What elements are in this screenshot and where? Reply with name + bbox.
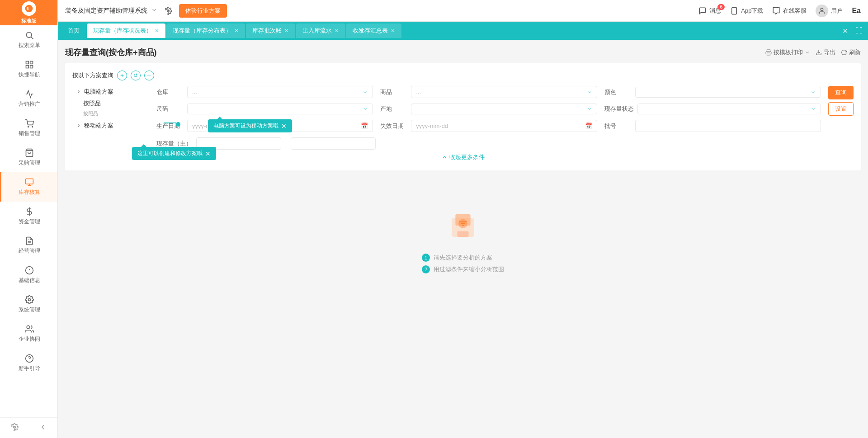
sidebar-item-basicinfo[interactable]: 基础信息 (0, 260, 57, 290)
filter-arrow-btn[interactable]: ← (144, 71, 154, 80)
tab-close-icon[interactable]: ✕ (284, 28, 289, 34)
tooltip-create-close[interactable]: ✕ (205, 150, 211, 157)
app-logo: 6 标准版 (0, 0, 57, 25)
header-left: 装备及固定资产辅助管理系统 体验行业方案 (65, 4, 227, 18)
app-download-label: App下载 (741, 7, 763, 15)
filter-add-btn[interactable]: + (117, 71, 127, 80)
filter-label: 按以下方案查询 (72, 71, 113, 80)
expire-date-placeholder: yyyy-mm-dd (416, 122, 448, 129)
stock-status-select[interactable] (637, 104, 821, 114)
scheme-sub-item-anzhaopin[interactable]: 按照品 (72, 98, 143, 109)
size-label: 尺码 (156, 105, 184, 113)
sidebar-item-guide[interactable]: 新手引导 (0, 349, 57, 378)
online-support-btn[interactable]: 在线客服 (772, 7, 807, 15)
tooltip-create-text: 这里可以创建和修改方案哦 (137, 150, 203, 157)
stock-status-label: 现存量状态 (604, 105, 634, 113)
tab-batch-account[interactable]: 库存批次账 ✕ (246, 24, 295, 38)
title-actions: 按模板打印 导出 刷新 (765, 48, 861, 57)
svg-point-28 (821, 8, 823, 10)
industry-btn[interactable]: 体验行业方案 (179, 4, 227, 18)
search-buttons: 查询 设置 (828, 86, 854, 150)
tab-bar: 首页 现存量（库存状况表） ✕ 现存量（库存分布表） ✕ 库存批次账 ✕ 出入库… (58, 22, 868, 40)
sidebar-item-purchase[interactable]: 采购管理 (0, 143, 57, 172)
svg-text:6: 6 (27, 6, 29, 11)
tab-inout-flow[interactable]: 出入库流水 ✕ (296, 24, 345, 38)
export-btn[interactable]: 导出 (816, 48, 835, 57)
svg-rect-5 (30, 61, 33, 64)
svg-rect-29 (767, 53, 770, 55)
color-select[interactable] (635, 87, 821, 98)
origin-select[interactable] (411, 104, 597, 114)
sidebar-item-operations[interactable]: 经营管理 (0, 231, 57, 260)
sidebar-item-marketing[interactable]: 营销推广 (0, 84, 57, 113)
tooltip-pc-close[interactable]: ✕ (281, 122, 287, 130)
top-header: 装备及固定资产辅助管理系统 体验行业方案 消息 6 App下载 在线客服 (58, 0, 868, 22)
warehouse-field: 仓库 ... (156, 86, 373, 98)
stock-main-to[interactable] (291, 137, 376, 150)
tab-fullscreen-btn[interactable]: ⛶ (854, 27, 864, 35)
scheme-tree: 电脑端方案 按照品 按照品 移动端方案 (72, 86, 149, 150)
print-btn[interactable]: 按模板打印 (765, 48, 810, 57)
sidebar-item-enterprise[interactable]: 企业协同 (0, 319, 57, 349)
system-dropdown-icon[interactable] (151, 7, 157, 14)
settings-icon[interactable] (10, 423, 19, 433)
logo-icon: 6 (22, 1, 36, 16)
empty-state: 1 请先选择要分析的方案 2 用过滤条件来缩小分析范围 (65, 176, 861, 301)
refresh-btn[interactable]: 刷新 (841, 48, 861, 57)
hint-num-2: 2 (422, 265, 430, 273)
empty-hints: 1 请先选择要分析的方案 2 用过滤条件来缩小分析范围 (422, 254, 504, 273)
settings-page-btn[interactable]: 设置 (828, 102, 854, 116)
svg-point-9 (32, 127, 33, 127)
sidebar-item-label: 系统管理 (19, 306, 40, 314)
expire-date-input[interactable]: yyyy-mm-dd 📅 (411, 120, 597, 132)
size-select[interactable] (187, 104, 373, 114)
tab-home[interactable]: 首页 (61, 24, 86, 38)
connector-dot (176, 122, 180, 127)
user-btn[interactable]: 用户 (816, 5, 843, 17)
filter-row-4: 现存量（主） — (156, 137, 821, 150)
filter-refresh-btn[interactable]: ↺ (131, 71, 141, 80)
color-label: 颜色 (604, 88, 632, 96)
sidebar-item-finance[interactable]: 资金管理 (0, 202, 57, 231)
tab-inventory-status[interactable]: 现存量（库存状况表） ✕ (87, 24, 165, 38)
sidebar-item-inventory[interactable]: 库存核算 (0, 172, 57, 202)
search-btn[interactable]: 查询 (828, 86, 854, 99)
extra-text: Ea (852, 7, 861, 15)
tab-inventory-dist[interactable]: 现存量（库存分布表） ✕ (166, 24, 245, 38)
settings-icon-btn[interactable] (161, 4, 175, 18)
scheme-tree-pc[interactable]: 电脑端方案 (72, 86, 143, 98)
main-area: 装备及固定资产辅助管理系统 体验行业方案 消息 6 App下载 在线客服 (58, 0, 868, 438)
stock-main-range: — (196, 137, 376, 150)
tab-receive-summary[interactable]: 收发存汇总表 ✕ (346, 24, 401, 38)
sidebar-bottom (0, 417, 57, 438)
tab-close-icon[interactable]: ✕ (234, 28, 239, 34)
header-right: 消息 6 App下载 在线客服 用户 Ea (698, 5, 861, 17)
sidebar-item-quicknav[interactable]: 快捷导航 (0, 55, 57, 84)
sidebar-item-search[interactable]: 搜索菜单 (0, 25, 57, 55)
tab-close-icon[interactable]: ✕ (391, 28, 395, 34)
warehouse-select[interactable]: ... (187, 86, 373, 98)
batch-no-input[interactable] (635, 120, 821, 132)
svg-point-21 (27, 326, 30, 329)
tab-close-icon[interactable]: ✕ (335, 28, 339, 34)
warehouse-placeholder: ... (192, 89, 197, 95)
tooltip-scheme-create: 这里可以创建和修改方案哦 ✕ (132, 147, 216, 160)
goods-select[interactable]: ... (411, 86, 597, 98)
filter-row-2: 尺码 产地 (156, 104, 821, 114)
messages-btn[interactable]: 消息 6 (698, 7, 721, 15)
color-field: 颜色 (604, 87, 821, 98)
svg-point-20 (28, 299, 31, 301)
filter-row-1: 仓库 ... 商品 ... (156, 86, 821, 98)
collapse-sidebar-btn[interactable] (39, 423, 47, 433)
scheme-tree-mobile[interactable]: 移动端方案 (72, 120, 143, 132)
sidebar-item-label: 搜索菜单 (19, 42, 40, 49)
empty-hint-1: 1 请先选择要分析的方案 (422, 254, 504, 262)
svg-rect-37 (458, 231, 469, 237)
tab-close-all-btn[interactable]: ✕ (840, 27, 850, 35)
app-download-btn[interactable]: App下载 (730, 7, 763, 15)
tab-label: 收发存汇总表 (353, 27, 388, 35)
sidebar-item-sales[interactable]: 销售管理 (0, 113, 57, 143)
sidebar-item-label: 营销推广 (19, 100, 40, 108)
tab-close-icon[interactable]: ✕ (155, 28, 159, 34)
sidebar-item-system[interactable]: 系统管理 (0, 290, 57, 319)
